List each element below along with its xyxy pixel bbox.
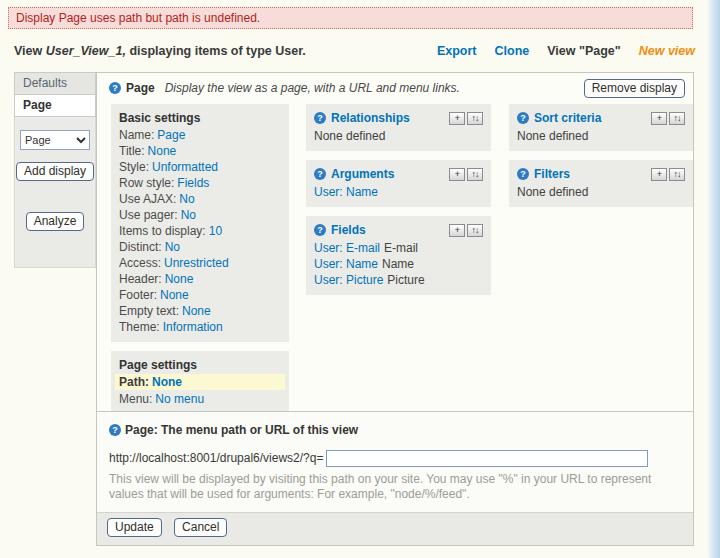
add-display-button[interactable]: Add display bbox=[16, 162, 94, 181]
setting-row: Style:Unformatted bbox=[119, 159, 281, 175]
filters-empty-text: None defined bbox=[517, 184, 685, 200]
help-icon[interactable]: ? bbox=[517, 168, 529, 180]
filters-title-link[interactable]: Filters bbox=[534, 166, 649, 182]
path-input-row: http://localhost:8001/drupal6/views2/?q= bbox=[109, 450, 681, 467]
display-settings-panel: ?PageDisplay the view as a page, with a … bbox=[96, 72, 694, 546]
view-page-link[interactable]: View "Page" bbox=[547, 44, 620, 58]
add-relationship-button[interactable]: + bbox=[449, 112, 465, 125]
cancel-button[interactable]: Cancel bbox=[174, 518, 227, 537]
relationships-title-link[interactable]: Relationships bbox=[331, 110, 447, 126]
setting-row: Header:None bbox=[119, 271, 281, 287]
tab-defaults[interactable]: Defaults bbox=[14, 72, 96, 95]
setting-label: Footer: bbox=[119, 288, 157, 302]
setting-row: Theme:Information bbox=[119, 319, 281, 335]
setting-label: Use AJAX: bbox=[119, 192, 176, 206]
sort-criteria-header: ? Sort criteria + ↑↓ bbox=[517, 110, 685, 126]
update-button[interactable]: Update bbox=[107, 518, 162, 537]
path-config-form: ?Page: The menu path or URL of this view… bbox=[97, 411, 693, 545]
menu-value-link[interactable]: No menu bbox=[155, 392, 204, 406]
menu-label: Menu: bbox=[119, 392, 152, 406]
setting-value-link[interactable]: Unrestricted bbox=[164, 256, 229, 270]
page-settings-box: Page settings Path:None Menu:No menu bbox=[111, 351, 289, 414]
setting-value-link[interactable]: Unformatted bbox=[152, 160, 218, 174]
rearrange-sorts-button[interactable]: ↑↓ bbox=[669, 112, 685, 125]
setting-row: Use pager:No bbox=[119, 207, 281, 223]
basic-settings-box: Basic settings Name:Page Title:None Styl… bbox=[111, 104, 289, 342]
add-filter-button[interactable]: + bbox=[651, 168, 667, 181]
path-input[interactable] bbox=[326, 450, 648, 467]
setting-label: Empty text: bbox=[119, 304, 179, 318]
sort-criteria-title-link[interactable]: Sort criteria bbox=[534, 110, 649, 126]
column-basic-settings: Basic settings Name:Page Title:None Styl… bbox=[111, 104, 289, 423]
field-link[interactable]: User: E-mail bbox=[314, 241, 380, 255]
argument-row: User: Name bbox=[314, 184, 483, 200]
field-row: User: NameName bbox=[314, 256, 483, 272]
rearrange-fields-button[interactable]: ↑↓ bbox=[467, 224, 483, 237]
setting-row: Empty text:None bbox=[119, 303, 281, 319]
analyze-button[interactable]: Analyze bbox=[26, 212, 85, 231]
setting-value-link[interactable]: No bbox=[179, 192, 194, 206]
display-type-select[interactable]: Page bbox=[20, 130, 90, 150]
setting-label: Title: bbox=[119, 144, 145, 158]
help-icon[interactable]: ? bbox=[109, 82, 121, 94]
setting-row: Title:None bbox=[119, 143, 281, 159]
setting-label: Name: bbox=[119, 128, 154, 142]
fields-title-link[interactable]: Fields bbox=[331, 222, 447, 238]
setting-value-link[interactable]: None bbox=[182, 304, 211, 318]
view-title: View User_View_1, displaying items of ty… bbox=[14, 44, 419, 58]
setting-value-link[interactable]: Fields bbox=[177, 176, 209, 190]
display-tabs: Defaults Page bbox=[14, 72, 96, 116]
setting-row: Name:Page bbox=[119, 127, 281, 143]
setting-value-link[interactable]: None bbox=[148, 144, 177, 158]
view-title-suffix: displaying items of type User. bbox=[129, 44, 305, 58]
field-row: User: PicturePicture bbox=[314, 272, 483, 288]
field-admin-label: Picture bbox=[387, 273, 424, 287]
setting-value-link[interactable]: Page bbox=[157, 128, 185, 142]
form-actions-bar: Update Cancel bbox=[97, 512, 693, 545]
setting-value-link[interactable]: None bbox=[160, 288, 189, 302]
fields-box: ? Fields + ↑↓ User: E-mailE-mail User: N… bbox=[306, 216, 491, 295]
sort-criteria-box: ? Sort criteria + ↑↓ None defined bbox=[509, 104, 693, 151]
arguments-title-link[interactable]: Arguments bbox=[331, 166, 447, 182]
field-admin-label: E-mail bbox=[384, 241, 418, 255]
setting-label: Row style: bbox=[119, 176, 174, 190]
help-icon[interactable]: ? bbox=[314, 112, 326, 124]
field-link[interactable]: User: Name bbox=[314, 257, 378, 271]
help-icon[interactable]: ? bbox=[314, 224, 326, 236]
clone-link[interactable]: Clone bbox=[495, 44, 530, 58]
rearrange-relationships-button[interactable]: ↑↓ bbox=[467, 112, 483, 125]
path-form-title: ?Page: The menu path or URL of this view bbox=[109, 423, 681, 437]
path-label: Path: bbox=[119, 375, 149, 389]
setting-value-link[interactable]: 10 bbox=[209, 224, 222, 238]
panel-title: Page bbox=[126, 81, 155, 95]
setting-value-link[interactable]: Information bbox=[163, 320, 223, 334]
setting-row: Access:Unrestricted bbox=[119, 255, 281, 271]
path-value-link[interactable]: None bbox=[152, 375, 182, 389]
remove-display-button[interactable]: Remove display bbox=[584, 79, 685, 98]
add-argument-button[interactable]: + bbox=[449, 168, 465, 181]
field-admin-label: Name bbox=[382, 257, 414, 271]
new-view-link[interactable]: New view bbox=[639, 44, 695, 58]
basic-settings-title: Basic settings bbox=[119, 110, 281, 126]
relationships-empty-text: None defined bbox=[314, 128, 483, 144]
field-row: User: E-mailE-mail bbox=[314, 240, 483, 256]
setting-row: Use AJAX:No bbox=[119, 191, 281, 207]
setting-row: Footer:None bbox=[119, 287, 281, 303]
setting-value-link[interactable]: No bbox=[181, 208, 196, 222]
export-link[interactable]: Export bbox=[437, 44, 477, 58]
help-icon[interactable]: ? bbox=[109, 424, 121, 436]
help-icon[interactable]: ? bbox=[517, 112, 529, 124]
tab-page[interactable]: Page bbox=[14, 94, 96, 117]
arguments-header: ? Arguments + ↑↓ bbox=[314, 166, 483, 182]
field-link[interactable]: User: Picture bbox=[314, 273, 383, 287]
rearrange-arguments-button[interactable]: ↑↓ bbox=[467, 168, 483, 181]
setting-value-link[interactable]: No bbox=[165, 240, 180, 254]
argument-link[interactable]: User: Name bbox=[314, 185, 378, 199]
help-icon[interactable]: ? bbox=[314, 168, 326, 180]
setting-value-link[interactable]: None bbox=[165, 272, 194, 286]
rearrange-filters-button[interactable]: ↑↓ bbox=[669, 168, 685, 181]
add-sort-button[interactable]: + bbox=[651, 112, 667, 125]
add-field-button[interactable]: + bbox=[449, 224, 465, 237]
column-middle: ? Relationships + ↑↓ None defined ? Argu… bbox=[306, 104, 491, 304]
fields-header: ? Fields + ↑↓ bbox=[314, 222, 483, 238]
